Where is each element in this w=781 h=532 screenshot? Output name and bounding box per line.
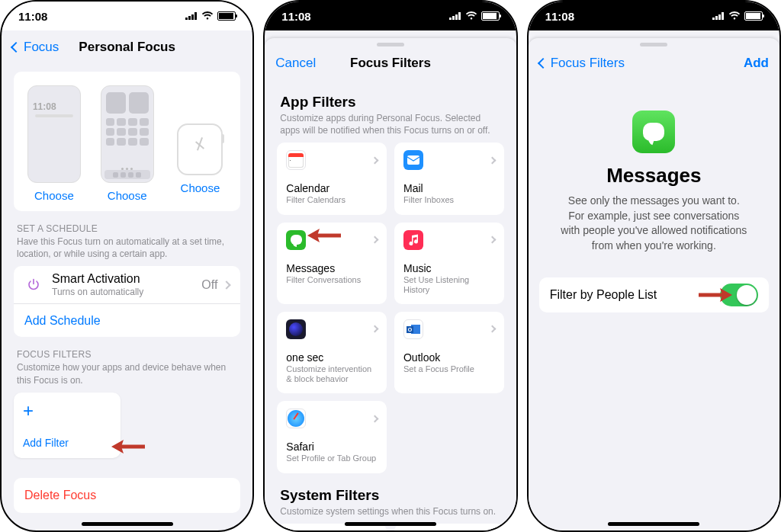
- battery-icon: [481, 11, 500, 21]
- cellular-icon: [185, 12, 198, 20]
- app-filter-title: Calendar: [286, 182, 378, 194]
- messages-description: See only the messages you want to. For e…: [559, 194, 749, 253]
- filters-desc: Customize how your apps and device behav…: [17, 361, 237, 386]
- cal-icon: ·: [286, 150, 306, 170]
- svg-rect-0: [407, 155, 419, 165]
- chevron-right-icon: [488, 325, 496, 333]
- onesec-icon: [286, 319, 306, 339]
- delete-card: Delete Focus: [14, 478, 240, 513]
- app-filter-subtitle: Set a Focus Profile: [403, 364, 495, 374]
- app-filter-subtitle: Filter Conversations: [286, 275, 378, 285]
- chevron-right-icon: [371, 325, 379, 333]
- choose-home-screen[interactable]: Choose: [108, 189, 147, 202]
- nav-bar: Focus Filters Add: [529, 46, 779, 80]
- wifi-icon: [465, 11, 477, 21]
- filter-people-row[interactable]: Filter by People List: [539, 277, 769, 312]
- delete-focus-button[interactable]: Delete Focus: [14, 478, 240, 513]
- wifi-icon: [728, 11, 741, 21]
- safari-icon: [286, 409, 306, 428]
- chevron-left-icon: [12, 40, 21, 55]
- app-filter-title: Outlook: [403, 351, 495, 364]
- customize-screens-card: 11:08 Choose Choose Choose: [14, 72, 240, 211]
- app-filters-grid: ·CalendarFilter CalendarsMailFilter Inbo…: [277, 143, 503, 473]
- cellular-icon: [712, 12, 725, 20]
- chevron-left-icon: [539, 56, 548, 71]
- chevron-right-icon: [371, 156, 379, 164]
- music-icon: [403, 230, 423, 250]
- lock-screen-preview[interactable]: 11:08: [27, 85, 81, 183]
- cancel-button[interactable]: Cancel: [275, 56, 316, 71]
- nav-bar: Focus Personal Focus: [2, 30, 252, 64]
- schedule-header: SET A SCHEDULE: [17, 223, 237, 234]
- chevron-right-icon: [371, 236, 379, 244]
- app-filters-desc: Customize apps during Personal Focus. Se…: [280, 112, 500, 136]
- plus-icon: +: [23, 402, 111, 420]
- smart-activation-row[interactable]: Smart Activation Turns on automatically …: [14, 266, 240, 303]
- add-filter-label: Add Filter: [23, 437, 111, 449]
- schedule-desc: Have this Focus turn on automatically at…: [17, 236, 237, 260]
- system-filters-desc: Customize system settings when this Focu…: [280, 505, 500, 518]
- app-filter-messages[interactable]: MessagesFilter Conversations: [277, 223, 387, 304]
- app-filter-title: Messages: [286, 262, 378, 274]
- add-schedule-row[interactable]: Add Schedule: [14, 303, 240, 337]
- chevron-right-icon: [371, 415, 379, 422]
- wifi-icon: [201, 11, 214, 21]
- app-filter-mail[interactable]: MailFilter Inboxes: [394, 143, 504, 214]
- svg-text:O: O: [408, 327, 413, 332]
- app-filter-calendar[interactable]: ·CalendarFilter Calendars: [277, 143, 387, 214]
- app-filter-one sec[interactable]: one secCustomize intervention & block be…: [277, 312, 387, 393]
- app-filter-subtitle: Set Profile or Tab Group: [286, 453, 378, 463]
- content-area: 11:08 Choose Choose Choose SET A SCHEDUL: [2, 64, 252, 530]
- phone-screen-3: 11:08 Focus Filters Add Messages See onl…: [527, 0, 781, 532]
- status-time: 11:08: [545, 10, 574, 23]
- cellular-icon: [449, 12, 461, 20]
- content-area: App Filters Customize apps during Person…: [265, 80, 516, 530]
- app-filters-header: App Filters: [280, 94, 500, 111]
- back-button[interactable]: Focus: [12, 40, 59, 55]
- chevron-right-icon: [223, 280, 231, 289]
- phone-screen-1: 11:08 Focus Personal Focus 11:08 Choose: [0, 0, 254, 532]
- system-filters-header: System Filters: [280, 487, 500, 504]
- filter-people-toggle[interactable]: [720, 284, 758, 306]
- app-filter-music[interactable]: MusicSet Use Listening History: [394, 223, 504, 304]
- back-button[interactable]: Focus Filters: [539, 56, 625, 71]
- power-icon: [24, 278, 43, 292]
- content-area: Messages See only the messages you want …: [529, 80, 779, 530]
- add-filter-card[interactable]: + Add Filter: [14, 393, 121, 458]
- app-filter-subtitle: Filter Calendars: [286, 195, 378, 205]
- chevron-right-icon: [488, 156, 496, 164]
- app-filter-title: Safari: [286, 441, 378, 453]
- home-indicator: [82, 522, 173, 526]
- add-button[interactable]: Add: [744, 56, 769, 71]
- outlook-icon: O: [403, 319, 423, 339]
- messages-title: Messages: [606, 164, 701, 187]
- schedule-card: Smart Activation Turns on automatically …: [14, 266, 240, 337]
- app-filter-title: Mail: [403, 182, 495, 194]
- app-filter-title: one sec: [286, 351, 378, 364]
- status-bar: 11:08: [265, 2, 516, 30]
- home-screen-preview[interactable]: [101, 85, 154, 183]
- app-filter-outlook[interactable]: OOutlookSet a Focus Profile: [394, 312, 504, 393]
- choose-watch-face[interactable]: Choose: [181, 181, 220, 194]
- nav-bar: Cancel Focus Filters: [265, 46, 516, 80]
- status-time: 11:08: [18, 10, 47, 23]
- choose-lock-screen[interactable]: Choose: [34, 189, 74, 202]
- nav-title: Focus Filters: [350, 56, 431, 71]
- chevron-right-icon: [488, 236, 496, 244]
- filters-header: FOCUS FILTERS: [17, 349, 237, 360]
- app-filter-subtitle: Filter Inboxes: [403, 195, 495, 205]
- nav-title: Personal Focus: [79, 40, 175, 55]
- home-indicator: [345, 522, 436, 526]
- annotation-arrow: [111, 440, 146, 453]
- mail-icon: [403, 150, 423, 170]
- phone-screen-2: 11:08 Cancel Focus Filters App Filters C…: [263, 0, 517, 532]
- battery-icon: [744, 11, 763, 21]
- app-filter-subtitle: Set Use Listening History: [403, 275, 495, 295]
- home-indicator: [608, 522, 699, 526]
- app-filter-subtitle: Customize intervention & block behavior: [286, 364, 378, 384]
- watch-face-preview[interactable]: [177, 123, 223, 175]
- messages-app-icon: [632, 111, 675, 153]
- app-filter-safari[interactable]: SafariSet Profile or Tab Group: [277, 401, 387, 473]
- status-bar: 11:08: [2, 2, 252, 30]
- app-filter-title: Music: [403, 262, 495, 274]
